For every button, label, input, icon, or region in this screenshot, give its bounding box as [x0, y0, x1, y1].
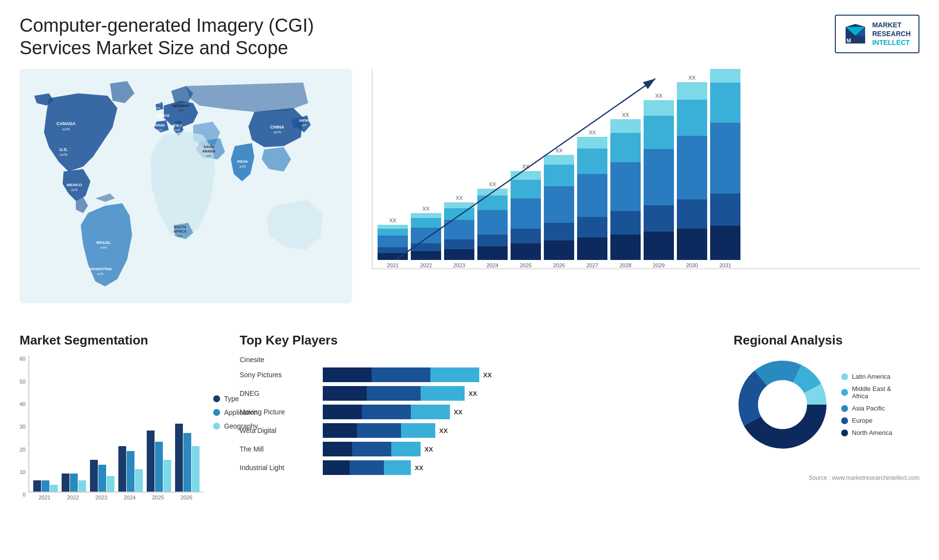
players-section: Top Key Players Cinesite Sony Pictures — [240, 333, 719, 560]
bar-2022: XX 2022 — [411, 206, 441, 268]
bar-2031: XX 2031 — [710, 69, 740, 268]
bar-2030: XX 2030 — [677, 75, 707, 268]
seg-bar-2025 — [147, 431, 171, 492]
svg-point-44 — [758, 380, 807, 429]
svg-text:BRAZIL: BRAZIL — [96, 240, 111, 245]
regional-title: Regional Analysis — [734, 333, 919, 348]
segmentation-title: Market Segmentation — [20, 333, 225, 348]
header: Computer-generated Imagery (CGI) Service… — [20, 15, 919, 59]
svg-text:AFRICA: AFRICA — [174, 230, 186, 233]
bar-2024: XX 2024 — [477, 181, 508, 268]
bar-2029: XX 2029 — [644, 93, 674, 268]
stacked-bars-container: XX 2021 XX — [372, 69, 919, 269]
svg-text:xx%: xx% — [177, 235, 183, 237]
player-sony: Sony Pictures XX — [240, 367, 719, 382]
bar-2028: XX 2028 — [610, 112, 641, 268]
legend-latin-america: Latin America — [841, 373, 892, 380]
player-moving-picture: Moving Picture XX — [240, 405, 719, 419]
donut-chart — [734, 356, 831, 453]
svg-text:xx%: xx% — [239, 165, 246, 168]
player-cinesite: Cinesite — [240, 356, 719, 364]
bar-2021: XX 2021 — [378, 217, 408, 268]
logo-box: M MARKET RESEARCH INTELLECT — [835, 15, 919, 53]
svg-text:U.S.: U.S. — [59, 147, 68, 152]
svg-text:ARABIA: ARABIA — [202, 150, 215, 153]
logo-icon: M — [844, 22, 867, 45]
map-section: CANADA xx% U.S. xx% MEXICO xx% BRAZIL xx… — [20, 69, 352, 323]
svg-text:xx%: xx% — [206, 154, 212, 157]
svg-text:xx%: xx% — [71, 188, 77, 192]
regional-section: Regional Analysis — [734, 333, 919, 560]
svg-text:xx%: xx% — [62, 127, 69, 131]
bar-2025: XX 2025 — [511, 164, 541, 268]
player-dneg: DNEG XX — [240, 386, 719, 401]
players-title: Top Key Players — [240, 333, 719, 348]
svg-text:FRANCE: FRANCE — [155, 114, 169, 117]
player-the-mill: The Mill XX — [240, 442, 719, 456]
source-area: Source : www.marketresearchintellect.com — [734, 473, 919, 482]
svg-text:GERMANY: GERMANY — [172, 104, 190, 108]
segmentation-section: Market Segmentation 60 50 40 30 20 10 0 — [20, 333, 225, 560]
svg-text:xx%: xx% — [273, 130, 281, 134]
logo-area: M MARKET RESEARCH INTELLECT — [835, 15, 919, 53]
seg-bar-2024 — [118, 446, 143, 492]
donut-legend: Latin America Middle East &Africa Asia P… — [841, 373, 892, 436]
svg-text:xx%: xx% — [159, 119, 165, 122]
svg-text:xx%: xx% — [156, 129, 162, 131]
source-text: Source : www.marketresearchintellect.com — [808, 474, 919, 481]
seg-bar-2021 — [33, 480, 58, 492]
svg-text:JAPAN: JAPAN — [298, 119, 310, 122]
seg-bar-2023 — [90, 460, 114, 492]
seg-bar-2022 — [62, 474, 86, 492]
bar-2026: XX 2026 — [544, 148, 574, 268]
svg-text:xx%: xx% — [97, 272, 103, 276]
legend-north-america: North America — [841, 429, 892, 436]
svg-text:CANADA: CANADA — [57, 121, 76, 126]
legend-europe: Europe — [841, 417, 892, 424]
svg-text:xx%: xx% — [178, 109, 184, 112]
bar-2027: XX 2027 — [577, 129, 607, 268]
svg-text:SPAIN: SPAIN — [155, 124, 165, 127]
svg-text:xx%: xx% — [175, 129, 180, 131]
legend-asia-pacific: Asia Pacific — [841, 405, 892, 412]
world-map-svg: CANADA xx% U.S. xx% MEXICO xx% BRAZIL xx… — [20, 69, 352, 303]
player-weta: Weta Digital XX — [240, 423, 719, 438]
svg-text:xx%: xx% — [60, 152, 67, 157]
svg-text:INDIA: INDIA — [237, 159, 248, 164]
world-map: CANADA xx% U.S. xx% MEXICO xx% BRAZIL xx… — [20, 69, 352, 303]
svg-text:xx%: xx% — [301, 124, 307, 127]
svg-text:ARGENTINA: ARGENTINA — [89, 267, 112, 271]
donut-area: Latin America Middle East &Africa Asia P… — [734, 356, 919, 453]
logo-text: MARKET RESEARCH INTELLECT — [872, 21, 911, 47]
svg-text:xx%: xx% — [100, 246, 107, 249]
bar-chart-section: XX 2021 XX — [367, 69, 919, 323]
page: Computer-generated Imagery (CGI) Service… — [0, 0, 939, 560]
svg-text:CHINA: CHINA — [270, 125, 285, 129]
svg-text:xx%: xx% — [155, 107, 160, 109]
svg-text:SAUDI: SAUDI — [203, 145, 214, 149]
page-title: Computer-generated Imagery (CGI) Service… — [20, 15, 362, 59]
svg-text:MEXICO: MEXICO — [67, 183, 82, 187]
svg-text:SOUTH: SOUTH — [174, 225, 186, 229]
player-industrial-light: Industrial Light XX — [240, 460, 719, 475]
legend-middle-east-africa: Middle East &Africa — [841, 385, 892, 400]
svg-text:U.K.: U.K. — [154, 101, 161, 105]
seg-bar-2026 — [175, 424, 200, 492]
svg-text:M: M — [847, 38, 851, 43]
svg-text:ITALY: ITALY — [173, 124, 182, 127]
bar-2023: XX 2023 — [444, 195, 474, 268]
players-list: Cinesite Sony Pictures XX — [240, 356, 719, 475]
